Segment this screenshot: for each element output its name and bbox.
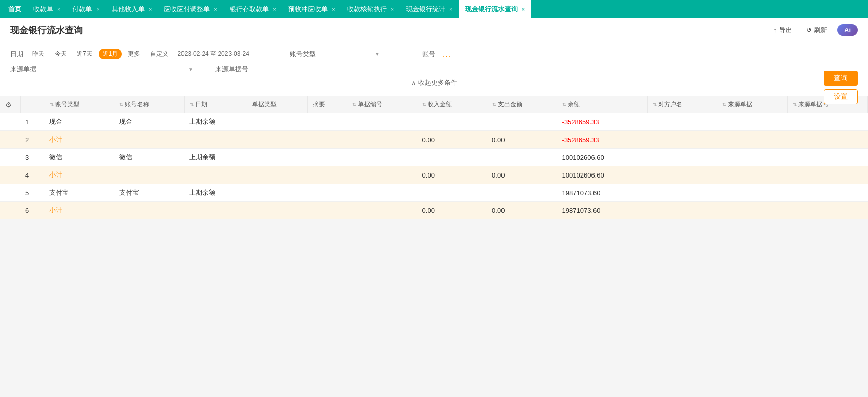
nav-item-银行存取款单[interactable]: 银行存取款单× <box>223 0 282 18</box>
row-account-type: 支付宝 <box>44 184 114 202</box>
col-account-name[interactable]: ⇅账号名称 <box>114 96 184 113</box>
row-expense <box>487 149 557 166</box>
nav-item-付款单[interactable]: 付款单× <box>66 0 105 18</box>
col-settings[interactable]: ⚙ <box>0 96 20 113</box>
nav-item-现金银行统计[interactable]: 现金银行统计× <box>400 0 459 18</box>
nav-item-首页[interactable]: 首页 <box>2 0 27 18</box>
collapse-bar[interactable]: ∧ 收起更多条件 <box>10 76 858 90</box>
row-income: 0.00 <box>417 202 487 219</box>
row-income: 0.00 <box>417 166 487 184</box>
filter-row-source: 来源单据 来源单据号 <box>10 64 858 74</box>
nav-item-收款核销执行[interactable]: 收款核销执行× <box>341 0 400 18</box>
col-index <box>20 96 44 113</box>
account-type-select[interactable]: 现金 微信 支付宝 <box>321 49 382 59</box>
nav-close-现金银行统计[interactable]: × <box>449 0 452 18</box>
nav-item-应收应付调整单[interactable]: 应收应付调整单× <box>158 0 223 18</box>
row-counterpart <box>647 131 717 149</box>
col-account-type[interactable]: ⇅账号类型 <box>44 96 114 113</box>
nav-close-现金银行流水查询[interactable]: × <box>522 0 525 18</box>
row-source-doc-no <box>787 202 867 219</box>
account-type-select-wrapper[interactable]: 现金 微信 支付宝 <box>321 49 382 59</box>
action-buttons-container: 查询 设置 <box>824 71 858 104</box>
ai-button[interactable]: Ai <box>837 24 858 36</box>
nav-close-应收应付调整单[interactable]: × <box>214 0 217 18</box>
source-doc-no-group: 来源单据号 <box>215 64 417 74</box>
row-counterpart <box>647 202 717 219</box>
row-date: 上期余额 <box>184 184 247 202</box>
row-source-doc-no <box>787 113 867 131</box>
page-header: 现金银行流水查询 ↑ 导出 ↺ 刷新 Ai <box>0 18 868 42</box>
row-source-doc <box>717 113 787 131</box>
table-row: 3微信微信上期余额100102606.60 <box>0 149 868 166</box>
date-btn-7days[interactable]: 近7天 <box>73 49 97 59</box>
col-date[interactable]: ⇅日期 <box>184 96 247 113</box>
row-doc-type <box>247 113 307 131</box>
refresh-button[interactable]: ↺ 刷新 <box>802 24 831 37</box>
table-row: 1现金现金上期余额-3528659.33 <box>0 113 868 131</box>
col-expense[interactable]: ⇅支出金额 <box>487 96 557 113</box>
nav-item-收款单[interactable]: 收款单× <box>27 0 66 18</box>
row-source-doc-no <box>787 184 867 202</box>
nav-close-付款单[interactable]: × <box>96 0 99 18</box>
row-index: 2 <box>20 131 44 149</box>
filter-area: 日期 昨天 今天 近7天 近1月 更多 自定义 2023-02-24 至 202… <box>0 42 868 96</box>
col-doc-no[interactable]: ⇅单据编号 <box>347 96 417 113</box>
row-doc-no <box>347 184 417 202</box>
query-button[interactable]: 查询 <box>824 71 858 86</box>
row-balance: 100102606.60 <box>557 166 648 184</box>
nav-close-收款核销执行[interactable]: × <box>391 0 394 18</box>
row-settings-cell <box>0 131 20 149</box>
table-settings-icon[interactable]: ⚙ <box>5 101 12 109</box>
row-balance: 100102606.60 <box>557 149 648 166</box>
row-date: 上期余额 <box>184 149 247 166</box>
nav-close-收款单[interactable]: × <box>57 0 60 18</box>
row-source-doc <box>717 131 787 149</box>
row-doc-type <box>247 131 307 149</box>
row-income <box>417 149 487 166</box>
col-summary: 摘要 <box>307 96 347 113</box>
row-account-type: 现金 <box>44 113 114 131</box>
row-settings-cell <box>0 149 20 166</box>
top-navigation: 首页收款单×付款单×其他收入单×应收应付调整单×银行存取款单×预收冲应收单×收款… <box>0 0 868 18</box>
date-btn-1month[interactable]: 近1月 <box>99 49 122 59</box>
date-filter-group: 日期 昨天 今天 近7天 近1月 更多 自定义 2023-02-24 至 202… <box>10 49 249 59</box>
date-btn-yesterday[interactable]: 昨天 <box>28 49 49 59</box>
nav-item-预收冲应收单[interactable]: 预收冲应收单× <box>282 0 341 18</box>
source-doc-select-wrapper[interactable] <box>43 64 195 74</box>
source-doc-select[interactable] <box>43 64 195 74</box>
nav-close-预收冲应收单[interactable]: × <box>332 0 335 18</box>
date-btn-today[interactable]: 今天 <box>51 49 71 59</box>
col-counterpart[interactable]: ⇅对方户名 <box>647 96 717 113</box>
row-counterpart <box>647 184 717 202</box>
col-source-doc[interactable]: ⇅来源单据 <box>717 96 787 113</box>
nav-close-银行存取款单[interactable]: × <box>273 0 276 18</box>
row-account-type: 小计 <box>44 131 114 149</box>
row-date <box>184 166 247 184</box>
row-account-type: 小计 <box>44 202 114 219</box>
account-dots[interactable]: ... <box>442 50 452 59</box>
collapse-label: 收起更多条件 <box>418 78 458 87</box>
table-row: 2小计0.000.00-3528659.33 <box>0 131 868 149</box>
row-source-doc <box>717 166 787 184</box>
row-account-type: 小计 <box>44 166 114 184</box>
nav-item-其他收入单[interactable]: 其他收入单× <box>106 0 158 18</box>
row-expense: 0.00 <box>487 131 557 149</box>
row-source-doc <box>717 184 787 202</box>
row-balance: 19871073.60 <box>557 184 648 202</box>
table-row: 5支付宝支付宝上期余额19871073.60 <box>0 184 868 202</box>
row-date <box>184 131 247 149</box>
col-income[interactable]: ⇅收入金额 <box>417 96 487 113</box>
row-expense: 0.00 <box>487 166 557 184</box>
date-btn-custom[interactable]: 自定义 <box>146 49 172 59</box>
source-doc-no-input[interactable] <box>255 64 417 74</box>
date-btn-more[interactable]: 更多 <box>124 49 144 59</box>
settings-button[interactable]: 设置 <box>824 89 858 104</box>
nav-item-现金银行流水查询[interactable]: 现金银行流水查询× <box>459 0 531 18</box>
row-summary <box>307 166 347 184</box>
account-filter-group: 账号 ... <box>422 50 452 59</box>
row-source-doc <box>717 149 787 166</box>
col-balance[interactable]: ⇅余额 <box>557 96 648 113</box>
row-account-name: 支付宝 <box>114 184 184 202</box>
export-button[interactable]: ↑ 导出 <box>770 24 797 37</box>
nav-close-其他收入单[interactable]: × <box>149 0 152 18</box>
